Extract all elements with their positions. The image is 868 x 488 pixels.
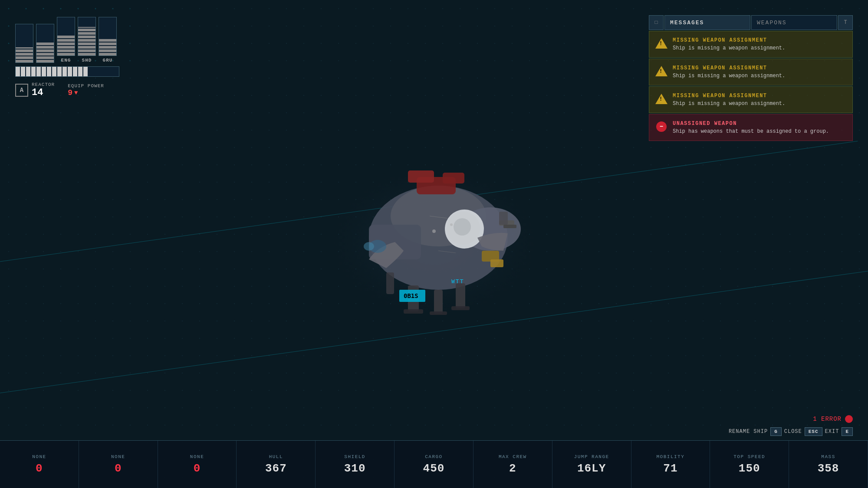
stat-label-0: NONE [32, 454, 46, 459]
rename-key-badge: G [770, 427, 782, 436]
ship-svg: 0B1S WTT [282, 103, 586, 372]
stat-item-none: NONE0 [79, 441, 158, 488]
svg-rect-26 [456, 283, 465, 308]
stat-item-jump-range: JUMP RANGE16LY [552, 441, 631, 488]
control-buttons: RENAME SHIP G CLOSE ESC EXIT E [729, 427, 853, 436]
error-dot-icon [845, 415, 853, 423]
stat-label-4: SHIELD [344, 454, 365, 459]
stat-item-mobility: MOBILITY71 [631, 441, 710, 488]
exit-key-badge: E [842, 427, 853, 436]
stat-value-2: 0 [194, 462, 201, 475]
svg-point-41 [450, 223, 453, 226]
stats-row: NONE0NONE0NONE0HULL367SHIELD310CARGO450M… [0, 441, 868, 488]
stat-value-6: 2 [509, 462, 516, 475]
svg-point-23 [454, 218, 471, 236]
close-key-badge: ESC [805, 427, 822, 436]
stat-item-max-crew: MAX CREW2 [473, 441, 552, 488]
bottom-bar: NONE0NONE0NONE0HULL367SHIELD310CARGO450M… [0, 440, 868, 488]
ship-image: 0B1S WTT [282, 103, 586, 372]
stat-value-5: 450 [423, 462, 445, 475]
svg-rect-29 [430, 311, 447, 315]
svg-rect-32 [490, 259, 503, 267]
stat-label-6: MAX CREW [499, 454, 527, 459]
stat-label-10: MASS [821, 454, 835, 459]
svg-rect-20 [443, 173, 464, 183]
svg-text:WTT: WTT [451, 278, 464, 285]
exit-label: EXIT [825, 429, 839, 435]
stat-value-4: 310 [344, 462, 366, 475]
ship-viewport: 0B1S WTT [0, 0, 868, 440]
stat-label-2: NONE [190, 454, 204, 459]
stat-item-none: NONE0 [0, 441, 79, 488]
exit-button[interactable]: EXIT E [825, 427, 853, 436]
stat-item-hull: HULL367 [237, 441, 316, 488]
error-count-label: 1 ERROR [813, 416, 842, 422]
stat-label-3: HULL [269, 454, 283, 459]
svg-rect-25 [434, 290, 443, 314]
stat-label-7: JUMP RANGE [574, 454, 609, 459]
stat-value-8: 71 [663, 462, 677, 475]
svg-rect-28 [404, 309, 423, 314]
stat-label-9: TOP SPEED [733, 454, 765, 459]
bottom-right-controls: 1 ERROR RENAME SHIP G CLOSE ESC EXIT E [729, 415, 853, 436]
stat-label-8: MOBILITY [657, 454, 685, 459]
exit-key: E [845, 429, 849, 434]
stat-item-mass: MASS358 [789, 441, 868, 488]
svg-rect-27 [386, 272, 394, 294]
stat-item-none: NONE0 [158, 441, 237, 488]
svg-rect-19 [408, 170, 434, 183]
stat-item-shield: SHIELD310 [316, 441, 395, 488]
stat-value-9: 150 [739, 462, 760, 475]
svg-text:0B1S: 0B1S [404, 292, 418, 299]
svg-rect-44 [499, 212, 508, 225]
svg-point-34 [364, 242, 374, 251]
close-key: ESC [809, 429, 819, 434]
stat-label-5: CARGO [425, 454, 443, 459]
rename-ship-button[interactable]: RENAME SHIP G [729, 427, 782, 436]
error-badge: 1 ERROR [813, 415, 853, 423]
stat-label-1: NONE [111, 454, 125, 459]
stat-value-1: 0 [115, 462, 122, 475]
stat-value-10: 358 [818, 462, 839, 475]
close-label: CLOSE [784, 429, 802, 435]
stat-value-7: 16LY [577, 462, 606, 475]
rename-key: G [774, 429, 778, 434]
svg-rect-43 [503, 225, 516, 228]
stat-item-cargo: CARGO450 [395, 441, 473, 488]
svg-rect-30 [451, 306, 470, 310]
rename-label: RENAME SHIP [729, 429, 768, 435]
close-button[interactable]: CLOSE ESC [784, 427, 822, 436]
stat-item-top-speed: TOP SPEED150 [710, 441, 789, 488]
svg-point-40 [432, 229, 436, 233]
stat-value-3: 367 [265, 462, 287, 475]
stat-value-0: 0 [36, 462, 43, 475]
